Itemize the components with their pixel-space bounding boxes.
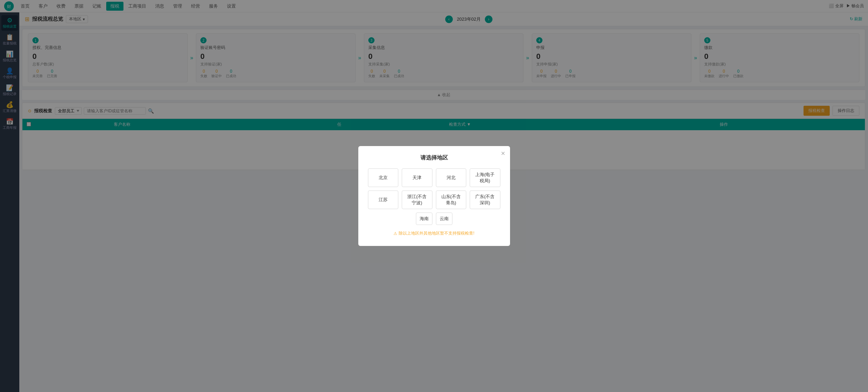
warning-text: 除以上地区外其他地区暂不支持报税检查! — [399, 230, 474, 236]
modal-title: 请选择地区 — [368, 154, 500, 162]
region-warning: ⚠ 除以上地区外其他地区暂不支持报税检查! — [368, 230, 500, 236]
modal-overlay[interactable]: ✕ 请选择地区 北京 天津 河北 上海(电子税局) 江苏 浙江(不含宁波) 山东… — [0, 0, 868, 392]
region-jiangsu[interactable]: 江苏 — [368, 190, 399, 209]
region-shandong[interactable]: 山东(不含青岛) — [436, 190, 467, 209]
warning-icon: ⚠ — [393, 231, 397, 236]
region-grid-row3: 海南 云南 — [368, 213, 500, 225]
region-grid-row2: 江苏 浙江(不含宁波) 山东(不含青岛) 广东(不含深圳) — [368, 190, 500, 209]
region-shanghai[interactable]: 上海(电子税局) — [470, 168, 500, 187]
region-guangdong[interactable]: 广东(不含深圳) — [470, 190, 500, 209]
region-tianjin[interactable]: 天津 — [402, 168, 432, 187]
region-yunnan[interactable]: 云南 — [436, 213, 452, 225]
region-grid-row1: 北京 天津 河北 上海(电子税局) — [368, 168, 500, 187]
region-hebei[interactable]: 河北 — [436, 168, 467, 187]
region-select-modal: ✕ 请选择地区 北京 天津 河北 上海(电子税局) 江苏 浙江(不含宁波) 山东… — [358, 146, 510, 246]
region-beijing[interactable]: 北京 — [368, 168, 399, 187]
region-zhejiang[interactable]: 浙江(不含宁波) — [402, 190, 432, 209]
region-hainan[interactable]: 海南 — [416, 213, 432, 225]
modal-close-button[interactable]: ✕ — [501, 150, 505, 157]
